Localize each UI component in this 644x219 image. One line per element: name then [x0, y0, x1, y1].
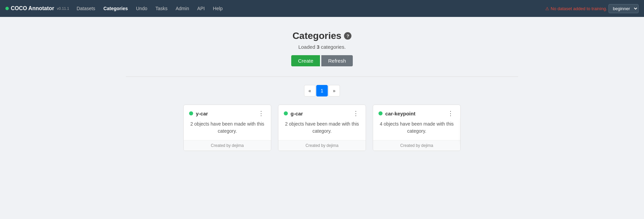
nav-help[interactable]: Help	[210, 4, 226, 13]
cat-name-0: y-car	[196, 111, 208, 116]
user-select[interactable]: beginner	[608, 4, 639, 13]
nav-tasks[interactable]: Tasks	[152, 4, 171, 13]
nav-categories[interactable]: Categories	[100, 4, 131, 13]
prev-page-button[interactable]: «	[304, 85, 316, 96]
nav-alert: ⚠ No dataset added to training.	[545, 6, 607, 11]
cat-footer-0: Created by dejima	[184, 140, 271, 151]
subtitle: Loaded 3 categories.	[126, 44, 518, 50]
brand-name: COCO Annotator	[11, 5, 54, 12]
pagination: « 1 »	[126, 85, 518, 96]
next-page-button[interactable]: »	[328, 85, 340, 96]
brand-dot-icon	[5, 7, 9, 10]
page-header: Categories ? Loaded 3 categories. Create…	[126, 30, 518, 66]
cat-footer-2: Created by dejima	[373, 140, 460, 151]
main-content: Categories ? Loaded 3 categories. Create…	[119, 17, 525, 171]
subtitle-suffix: categories.	[320, 44, 346, 50]
nav-admin[interactable]: Admin	[172, 4, 192, 13]
page-title: Categories	[293, 30, 342, 41]
nav-undo[interactable]: Undo	[133, 4, 151, 13]
cat-name-2: car-keypoint	[385, 111, 415, 116]
cat-dot-2	[378, 111, 383, 115]
brand: COCO Annotator v0.11.1	[5, 5, 69, 12]
cat-desc-1: 2 objects have been made with this categ…	[284, 121, 360, 135]
divider	[126, 76, 518, 77]
category-count: 3	[317, 44, 319, 50]
cat-dot-0	[189, 111, 193, 115]
category-card-0: y-car ⋮ 2 objects have been made with th…	[183, 105, 271, 151]
nav-api[interactable]: API	[194, 4, 208, 13]
category-card-1: g-car ⋮ 2 objects have been made with th…	[278, 105, 366, 151]
cat-footer-1: Created by dejima	[278, 140, 366, 151]
subtitle-prefix: Loaded	[298, 44, 317, 50]
cat-desc-2: 4 objects have been made with this categ…	[378, 121, 455, 135]
navbar: COCO Annotator v0.11.1 Datasets Categori…	[0, 0, 644, 17]
category-card-2: car-keypoint ⋮ 4 objects have been made …	[373, 105, 461, 151]
card-menu-button-2[interactable]: ⋮	[446, 110, 455, 117]
create-button[interactable]: Create	[291, 55, 320, 66]
cat-name-1: g-car	[291, 111, 303, 116]
alert-text: No dataset added to training.	[551, 6, 607, 11]
help-icon[interactable]: ?	[344, 32, 351, 40]
action-buttons: Create Refresh	[126, 55, 518, 66]
refresh-button[interactable]: Refresh	[321, 55, 353, 66]
cat-dot-1	[284, 111, 288, 115]
cards-wrapper: y-car ⋮ 2 objects have been made with th…	[126, 105, 518, 151]
page-1-button[interactable]: 1	[316, 85, 328, 96]
alert-icon: ⚠	[545, 6, 549, 11]
card-menu-button-1[interactable]: ⋮	[351, 110, 360, 117]
brand-version: v0.11.1	[57, 6, 69, 10]
card-menu-button-0[interactable]: ⋮	[257, 110, 266, 117]
nav-datasets[interactable]: Datasets	[73, 4, 98, 13]
cat-desc-0: 2 objects have been made with this categ…	[189, 121, 266, 135]
